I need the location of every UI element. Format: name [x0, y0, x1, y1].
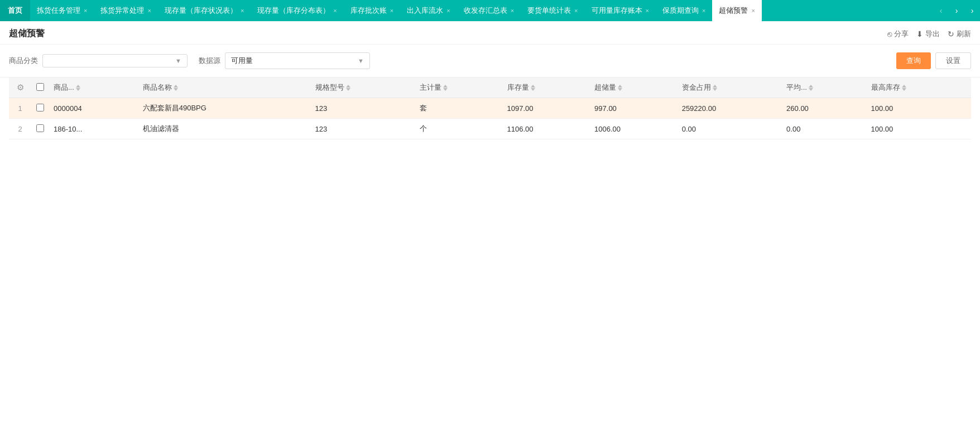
nav-pick-exception[interactable]: 拣货异常处理 ×: [94, 0, 157, 21]
row-checkbox-cell: [31, 119, 49, 139]
sort-overstock[interactable]: [618, 85, 622, 91]
sort-capital[interactable]: [713, 85, 717, 91]
share-icon: ⎋: [887, 30, 892, 38]
nav-prev-button[interactable]: ‹: [933, 0, 949, 21]
product-category-select[interactable]: ▼: [42, 54, 188, 67]
col-max-stock: 最高库存: [867, 77, 971, 98]
nav-overstock-warning[interactable]: 超储预警 ×: [712, 0, 761, 21]
nav-receive-summary[interactable]: 收发存汇总表 ×: [457, 0, 521, 21]
close-available-book[interactable]: ×: [646, 7, 649, 14]
refresh-icon: ↻: [948, 30, 954, 38]
col-product-name: 商品名称: [138, 77, 311, 98]
nav-arrows: ‹ › ›: [933, 0, 980, 21]
col-gear: ⚙: [9, 77, 31, 98]
close-order-stats[interactable]: ×: [574, 7, 578, 14]
row-max-stock: 100.00: [867, 119, 971, 139]
nav-order-stats[interactable]: 要货单统计表 ×: [521, 0, 584, 21]
row-product-code: 0000004: [49, 98, 138, 119]
nav-inout-flow[interactable]: 出入库流水 ×: [400, 0, 457, 21]
col-spec: 规格型号: [311, 77, 415, 98]
gear-icon[interactable]: ⚙: [17, 83, 24, 92]
table-header-row: ⚙ 商品... 商品名称: [9, 77, 971, 98]
row-product-code: 186-10...: [49, 119, 138, 139]
row-checkbox[interactable]: [36, 104, 44, 112]
col-stock: 库存量: [503, 77, 590, 98]
sort-unit[interactable]: [443, 85, 448, 91]
row-spec: 123: [311, 98, 415, 119]
row-capital: 0.00: [678, 119, 782, 139]
product-category-label: 商品分类: [9, 56, 38, 66]
product-category-chevron-icon: ▼: [175, 57, 181, 64]
export-icon: ⬇: [916, 30, 923, 38]
table-row: 2 186-10... 机油滤清器 123 个 1106.00 1006.00 …: [9, 119, 971, 139]
row-stock: 1106.00: [503, 119, 590, 139]
close-pick-exception[interactable]: ×: [147, 7, 151, 14]
sort-product-code[interactable]: [76, 85, 80, 91]
nav-inventory-dist[interactable]: 现存量（库存分布表） ×: [251, 0, 343, 21]
filter-action-buttons: 查询 设置: [896, 52, 971, 69]
row-checkbox-cell: [31, 98, 49, 119]
top-navigation: 首页 拣货任务管理 × 拣货异常处理 × 现存量（库存状况表） × 现存量（库存…: [0, 0, 980, 21]
row-overstock: 1006.00: [590, 119, 678, 139]
close-inventory-status[interactable]: ×: [241, 7, 244, 14]
row-avg: 0.00: [782, 119, 866, 139]
row-spec: 123: [311, 119, 415, 139]
nav-next-button[interactable]: ›: [949, 0, 964, 21]
close-receive-summary[interactable]: ×: [511, 7, 514, 14]
sort-product-name[interactable]: [174, 85, 178, 91]
share-button[interactable]: ⎋ 分享: [887, 29, 909, 39]
filter-area: 商品分类 ▼ 数据源 可用量 ▼ 查询 设置: [0, 45, 980, 77]
close-overstock-warning[interactable]: ×: [751, 7, 755, 14]
row-num: 2: [9, 119, 31, 139]
sort-avg[interactable]: [809, 85, 813, 91]
select-all-checkbox[interactable]: [36, 83, 44, 91]
nav-pick-task[interactable]: 拣货任务管理 ×: [30, 0, 94, 21]
product-category-filter: 商品分类 ▼: [9, 54, 188, 67]
row-overstock: 997.00: [590, 98, 678, 119]
table-container: ⚙ 商品... 商品名称: [0, 77, 980, 139]
data-source-filter: 数据源 可用量 ▼: [199, 52, 370, 69]
row-num: 1: [9, 98, 31, 119]
overstock-table: ⚙ 商品... 商品名称: [9, 77, 971, 139]
sort-max-stock[interactable]: [902, 85, 906, 91]
nav-more-button[interactable]: ›: [964, 0, 980, 21]
nav-available-book[interactable]: 可用量库存账本 ×: [585, 0, 656, 21]
page-content: 超储预警 ⎋ 分享 ⬇ 导出 ↻ 刷新 商品分类 ▼ 数据源: [0, 21, 980, 446]
row-unit: 套: [415, 98, 503, 119]
close-inout-flow[interactable]: ×: [446, 7, 450, 14]
sort-stock[interactable]: [531, 85, 535, 91]
row-checkbox[interactable]: [36, 124, 44, 132]
row-max-stock: 100.00: [867, 98, 971, 119]
sort-spec[interactable]: [346, 85, 350, 91]
page-header: 超储预警 ⎋ 分享 ⬇ 导出 ↻ 刷新: [0, 21, 980, 45]
data-source-value: 可用量: [231, 56, 353, 66]
col-overstock: 超储量: [590, 77, 678, 98]
col-product-code: 商品...: [49, 77, 138, 98]
close-inventory-dist[interactable]: ×: [333, 7, 337, 14]
refresh-button[interactable]: ↻ 刷新: [948, 29, 971, 39]
nav-home[interactable]: 首页: [0, 0, 30, 21]
close-pick-task[interactable]: ×: [84, 7, 87, 14]
set-button[interactable]: 设置: [935, 52, 971, 69]
table-row: 1 0000004 六配套新昌490BPG 123 套 1097.00 997.…: [9, 98, 971, 119]
export-button[interactable]: ⬇ 导出: [916, 29, 940, 39]
header-actions: ⎋ 分享 ⬇ 导出 ↻ 刷新: [887, 29, 971, 39]
nav-shelf-life[interactable]: 保质期查询 ×: [656, 0, 712, 21]
col-avg: 平均...: [782, 77, 866, 98]
page-title: 超储预警: [9, 28, 45, 40]
nav-inventory-status[interactable]: 现存量（库存状况表） ×: [158, 0, 251, 21]
query-button[interactable]: 查询: [896, 52, 931, 69]
row-stock: 1097.00: [503, 98, 590, 119]
data-source-label: 数据源: [199, 56, 220, 66]
data-source-select[interactable]: 可用量 ▼: [225, 52, 370, 69]
row-unit: 个: [415, 119, 503, 139]
row-product-name: 六配套新昌490BPG: [138, 98, 311, 119]
col-checkbox-header: [31, 77, 49, 98]
col-capital: 资金占用: [678, 77, 782, 98]
data-source-chevron-icon: ▼: [358, 57, 364, 64]
close-shelf-life[interactable]: ×: [702, 7, 705, 14]
row-capital: 259220.00: [678, 98, 782, 119]
close-batch-account[interactable]: ×: [390, 7, 393, 14]
nav-batch-account[interactable]: 库存批次账 ×: [344, 0, 400, 21]
row-avg: 260.00: [782, 98, 866, 119]
